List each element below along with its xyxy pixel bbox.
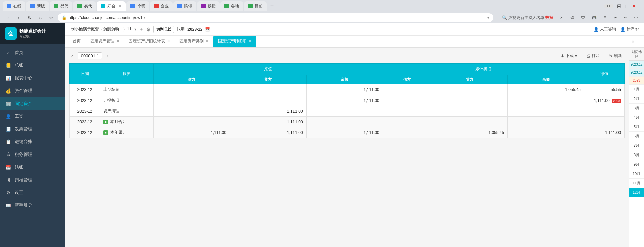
browser-tab-yidai1[interactable]: 易代: [50, 1, 72, 11]
logo-icon: 会: [5, 27, 17, 40]
print-button[interactable]: 🖨 打印: [584, 52, 602, 60]
sidebar-item-assets[interactable]: 🏢 固定资产: [0, 97, 65, 110]
address-bar: ‹ › ↻ ⌂ ☆ 🔒 https://cloud.chanjet.com/ac…: [0, 12, 644, 23]
period-item-month-7[interactable]: 7月: [629, 141, 644, 150]
prev-page-button[interactable]: ‹: [69, 53, 75, 59]
period-item-selected-year[interactable]: 2023.12: [629, 61, 644, 69]
close-all-icon[interactable]: ✕: [631, 39, 635, 44]
search-bar[interactable]: 🔍 央视更新主持人名单 热搜: [500, 14, 555, 22]
sidebar-item-guide[interactable]: 📖 新手引导: [0, 199, 65, 212]
new-tab-button[interactable]: +: [267, 1, 277, 11]
more-tool[interactable]: ⋯: [632, 14, 640, 21]
tab-asset-detail-ledger[interactable]: 固定资产明细账 ✕: [213, 36, 256, 47]
sidebar-item-label: 设置: [15, 190, 23, 196]
service-icon: 👤: [594, 27, 599, 32]
home-icon: ⌂: [5, 50, 11, 56]
switch-version-button[interactable]: 切到旧版: [153, 26, 174, 33]
sidebar-item-close-books[interactable]: 📅 结账: [0, 161, 65, 174]
period-item-month-2[interactable]: 2月: [629, 94, 644, 104]
translate-tool[interactable]: 译: [568, 14, 576, 22]
period-item-month-6[interactable]: 6月: [629, 132, 644, 141]
browser-tab-yidai2[interactable]: 易代: [73, 1, 96, 11]
browser-tab-changjie[interactable]: 畅捷: [197, 1, 220, 11]
orig-balance-cell: 1,111.00: [306, 127, 383, 138]
tab-label: 固定资产类别: [179, 38, 204, 44]
expand-tab-icon[interactable]: ⛶: [637, 39, 641, 44]
sidebar-item-archive[interactable]: 🗄 归档管理: [0, 174, 65, 186]
sidebar-item-ledger[interactable]: 📒 总账: [0, 59, 65, 72]
period-item-year[interactable]: 2023: [629, 77, 644, 85]
period-item-month-3[interactable]: 3月: [629, 104, 644, 113]
sidebar-item-invoice[interactable]: 🧾 发票管理: [0, 123, 65, 135]
tab-close-icon[interactable]: ✕: [248, 39, 251, 43]
browser-tab-new[interactable]: 新版: [26, 1, 49, 11]
customer-service-button[interactable]: 👤 人工咨询: [594, 26, 616, 32]
orig-debit-cell: [154, 95, 230, 106]
sidebar-item-label: 新手引导: [15, 202, 32, 208]
calendar-icon[interactable]: 📅: [205, 27, 210, 32]
period-panel: 期间选择 2023.12 2023.12 2023 1月 2月 3月 4月 5月…: [629, 48, 644, 247]
settings-account-icon[interactable]: ⚙: [146, 27, 151, 32]
user-profile-button[interactable]: 👤 徐泽华: [620, 26, 639, 32]
row-date: 2023-12: [70, 106, 100, 117]
shield-tool[interactable]: 🛡: [579, 14, 587, 21]
sidebar-item-salary[interactable]: 👤 工资: [0, 110, 65, 123]
home-button[interactable]: ⌂: [36, 14, 44, 22]
game-tool[interactable]: 🎮: [590, 14, 599, 21]
tab-close-icon[interactable]: ✕: [167, 39, 170, 43]
grid-tool[interactable]: ⊞: [601, 14, 609, 21]
browser-restore-icon[interactable]: ◻: [625, 3, 629, 9]
bookmark-button[interactable]: ☆: [47, 14, 55, 22]
browser-tab-muqian[interactable]: 目前: [244, 1, 267, 11]
scissors-tool[interactable]: ✂: [558, 14, 566, 21]
dep-debit-cell: [383, 106, 431, 117]
browser-tab-qiye[interactable]: 企业: [150, 1, 173, 11]
forward-button[interactable]: ›: [15, 14, 23, 22]
browser-tab-tengxun[interactable]: 腾讯: [173, 1, 196, 11]
sidebar-item-settings[interactable]: ⚙ 设置: [0, 186, 65, 199]
period-item-display-year[interactable]: 2023.12: [629, 69, 644, 77]
period-item-month-4[interactable]: 4月: [629, 113, 644, 122]
sidebar-item-stock[interactable]: 📋 进销台账: [0, 135, 65, 148]
address-input[interactable]: 🔒 https://cloud.chanjet.com/accounting/u…: [58, 13, 493, 22]
history-tool[interactable]: ↩: [622, 14, 629, 21]
sidebar-item-reports[interactable]: 📊 报表中心: [0, 72, 65, 84]
tab-fixed-assets-mgmt[interactable]: 固定资产管理 ✕: [86, 36, 124, 47]
print-icon: 🖨: [586, 54, 590, 58]
browser-tab-online[interactable]: 在线: [3, 1, 25, 11]
tab-asset-category[interactable]: 固定资产类别 ✕: [175, 36, 213, 47]
browser-close-icon[interactable]: ✕: [632, 3, 636, 9]
brightness-tool[interactable]: ☀: [611, 14, 619, 21]
sidebar-item-tax[interactable]: 🏛 税务管理: [0, 148, 65, 161]
period-item-month-5[interactable]: 5月: [629, 122, 644, 132]
period-item-month-9[interactable]: 9月: [629, 160, 644, 169]
period-item-month-10[interactable]: 10月: [629, 169, 644, 179]
browser-toolbar-right: 🔍 央视更新主持人名单 热搜 ✂ 译 🛡 🎮 ⊞ ☀ ↩ ⋯: [500, 14, 640, 22]
next-page-button[interactable]: ›: [105, 53, 110, 59]
download-button[interactable]: ⬇ 下载 ▾: [558, 52, 580, 60]
add-account-button[interactable]: ＋: [139, 26, 144, 33]
tab-home[interactable]: 首页: [68, 36, 86, 47]
tab-depreciation-stats[interactable]: 固定资产折旧统计表 ✕: [124, 36, 175, 47]
period-item-month-8[interactable]: 8月: [629, 150, 644, 160]
back-button[interactable]: ‹: [4, 14, 12, 22]
browser-tab-geshui[interactable]: 个税: [126, 1, 149, 11]
tab-close-icon[interactable]: ✕: [119, 4, 122, 8]
sidebar-item-label: 结账: [15, 164, 23, 170]
tab-close-icon[interactable]: ✕: [206, 39, 209, 43]
year-badge: 2023: [612, 99, 621, 103]
browser-tab-haohui[interactable]: 好会 ✕: [97, 1, 126, 11]
period-item-month-12[interactable]: 12月: [629, 188, 644, 197]
period-item-month-11[interactable]: 11月: [629, 179, 644, 188]
reload-button[interactable]: ↻: [25, 14, 34, 22]
sidebar-item-funds[interactable]: 💰 资金管理: [0, 84, 65, 97]
refresh-button[interactable]: ↻ 刷新: [606, 52, 625, 60]
tab-label: 腾讯: [184, 3, 192, 9]
expand-account-icon[interactable]: ▾: [134, 27, 136, 32]
search-text: 央视更新主持人名单: [508, 15, 544, 21]
browser-menu-icon[interactable]: ⊟: [617, 3, 621, 9]
sidebar-item-home[interactable]: ⌂ 首页: [0, 46, 65, 59]
tab-close-icon[interactable]: ✕: [116, 39, 119, 43]
browser-tab-gedi[interactable]: 各地: [220, 1, 243, 11]
period-item-month-1[interactable]: 1月: [629, 85, 644, 94]
